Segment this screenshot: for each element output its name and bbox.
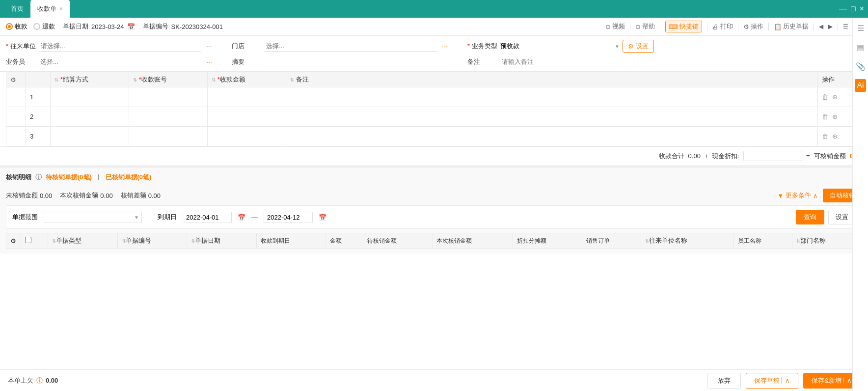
save-new-btn[interactable]: 保存&新增 ∧ <box>803 373 860 389</box>
verification-settings-btn[interactable]: 设置 <box>828 210 856 224</box>
info-icon[interactable]: ⓘ <box>35 173 42 182</box>
row1-settlement[interactable] <box>51 87 129 107</box>
biz-type-field: * 业务类型 预收款 ▼ ⚙设置 <box>467 40 654 53</box>
table-row: 3 🗑 ⊕ <box>6 127 862 146</box>
close-icon[interactable]: × <box>860 4 864 13</box>
tab-bar: 首页 收款单 × — □ × <box>0 0 868 18</box>
row3-delete-icon[interactable]: 🗑 <box>822 133 828 140</box>
save-draft-btn[interactable]: 保存草稿 ∧ <box>746 373 798 389</box>
biz-type-dropdown-icon[interactable]: ▼ <box>615 44 620 49</box>
shortcut-btn[interactable]: ⌨快捷键 <box>665 21 702 32</box>
col-checkbox-all[interactable] <box>21 233 48 249</box>
save-new-dropdown-icon[interactable]: ∧ <box>843 377 852 384</box>
equals-sign: = <box>806 152 810 160</box>
row3-settlement[interactable] <box>51 127 129 146</box>
row3-account[interactable] <box>129 127 208 146</box>
pending-tab[interactable]: 待核销单据(0笔) <box>46 173 92 182</box>
calendar-from-icon[interactable]: 📅 <box>238 214 245 221</box>
doc-range-select[interactable] <box>44 212 142 223</box>
row3-remark[interactable] <box>286 127 818 146</box>
row1-amount[interactable] <box>208 87 286 107</box>
tab-shoukuan[interactable]: 收款单 × <box>30 0 70 18</box>
sidebar-attach-icon[interactable]: 📎 <box>854 60 868 73</box>
draft-dropdown-icon[interactable]: ∧ <box>782 377 790 384</box>
bottom-bar-actions: 放弃 保存草稿 ∧ 保存&新增 ∧ <box>707 373 860 389</box>
minimize-icon[interactable]: — <box>839 4 847 13</box>
row3-empty <box>6 127 26 146</box>
salesperson-input[interactable] <box>38 56 201 67</box>
diff-stat: 核销差额 0.00 <box>121 191 161 200</box>
nav-next-btn[interactable]: ▶ <box>828 23 833 30</box>
history-btn[interactable]: 📋历史单据 <box>774 22 809 31</box>
row2-settlement[interactable] <box>51 107 129 127</box>
col-pending-header: 待核销金额 <box>363 233 433 249</box>
col-settings[interactable]: ⚙ <box>6 72 26 87</box>
discard-btn[interactable]: 放弃 <box>707 373 741 389</box>
summary-input[interactable] <box>264 56 448 67</box>
counterpart-more-btn[interactable]: ··· <box>206 42 212 50</box>
col-counterpart-header: ⇅往来单位名称 <box>641 233 733 249</box>
sidebar-grid-icon[interactable]: ▤ <box>855 41 866 54</box>
col-sales-order-header: 销售订单 <box>582 233 641 249</box>
table-section: ⚙ ⇅ *结算方式 ⇅ *收款账号 ⇅ *收款金额 ⇅ 备注 操作 <box>0 72 868 146</box>
store-input[interactable] <box>264 41 437 52</box>
col-account-header: ⇅ *收款账号 <box>129 72 208 87</box>
remark-input[interactable] <box>500 56 654 67</box>
date-to-input[interactable] <box>264 212 313 223</box>
select-all-checkbox[interactable] <box>25 237 31 243</box>
help-btn[interactable]: ⊙帮助 <box>635 22 655 31</box>
col-checkbox[interactable]: ⚙ <box>6 233 21 249</box>
row1-remark[interactable] <box>286 87 818 107</box>
row1-account[interactable] <box>129 87 208 107</box>
settings-gear-icon[interactable]: ⚙ <box>10 237 16 245</box>
form-row-1: * 往来单位 ··· 门店 ··· * 业务类型 预收款 ▼ ⚙设置 <box>6 40 862 53</box>
row1-delete-icon[interactable]: 🗑 <box>822 93 828 101</box>
row2-account[interactable] <box>129 107 208 127</box>
radio-shoukuan[interactable]: 收款 <box>6 22 27 31</box>
summary-field: 摘要 <box>232 56 448 67</box>
doc-num-field: 单据编号 SK-20230324-001 <box>143 22 223 31</box>
salesperson-more-btn[interactable]: ··· <box>206 58 212 66</box>
col-doc-type-header: ⇅单据类型 <box>48 233 118 249</box>
window-controls: — □ × <box>839 4 864 13</box>
row1-copy-icon[interactable]: ⊕ <box>832 93 838 101</box>
nav-prev-btn[interactable]: ◀ <box>819 23 823 30</box>
calendar-icon[interactable]: 📅 <box>127 23 135 30</box>
tab-close-icon[interactable]: × <box>59 0 63 18</box>
current-debt-label: 本单上欠 <box>8 376 33 385</box>
table-row: 1 🗑 ⊕ <box>6 87 862 107</box>
done-tab[interactable]: 已核销单据(0笔) <box>106 173 152 182</box>
calendar-to-icon[interactable]: 📅 <box>319 214 326 221</box>
sidebar-ai-icon[interactable]: Ai <box>855 79 866 92</box>
maximize-icon[interactable]: □ <box>851 4 856 13</box>
total-value: 0.00 <box>688 152 701 160</box>
tab-home[interactable]: 首页 <box>4 0 30 18</box>
row3-num: 3 <box>26 127 51 146</box>
more-conditions-btn[interactable]: ▼更多条件∧ <box>777 191 818 200</box>
sidebar-table-icon[interactable]: ☰ <box>855 22 866 35</box>
counterpart-input[interactable] <box>39 41 202 52</box>
query-btn[interactable]: 查询 <box>796 210 824 224</box>
row2-copy-icon[interactable]: ⊕ <box>832 113 838 120</box>
settings-btn[interactable]: ⚙设置 <box>623 40 654 53</box>
radio-tuikuan[interactable]: 退款 <box>33 22 55 31</box>
operation-btn[interactable]: ⚙操作 <box>743 22 763 31</box>
col-settlement-header: ⇅ *结算方式 <box>51 72 129 87</box>
store-more-btn[interactable]: ··· <box>442 42 448 50</box>
discount-input[interactable] <box>743 151 802 161</box>
debt-icon[interactable]: ⓘ <box>36 376 43 385</box>
row2-remark[interactable] <box>286 107 818 127</box>
row3-copy-icon[interactable]: ⊕ <box>832 133 838 140</box>
col-discount-header: 折扣分摊额 <box>513 233 582 249</box>
col-current-header: 本次核销金额 <box>433 233 513 249</box>
store-field: 门店 ··· <box>232 41 448 52</box>
row2-delete-icon[interactable]: 🗑 <box>822 113 828 120</box>
row3-amount[interactable] <box>208 127 286 146</box>
table-row: 2 🗑 ⊕ <box>6 107 862 127</box>
date-from-input[interactable] <box>183 212 232 223</box>
row2-amount[interactable] <box>208 107 286 127</box>
print-btn[interactable]: 🖨打印 <box>712 22 733 31</box>
video-btn[interactable]: ⊙视频 <box>605 22 625 31</box>
list-view-btn[interactable]: ☰ <box>843 23 848 30</box>
due-date-label: 到期日 <box>158 213 177 222</box>
